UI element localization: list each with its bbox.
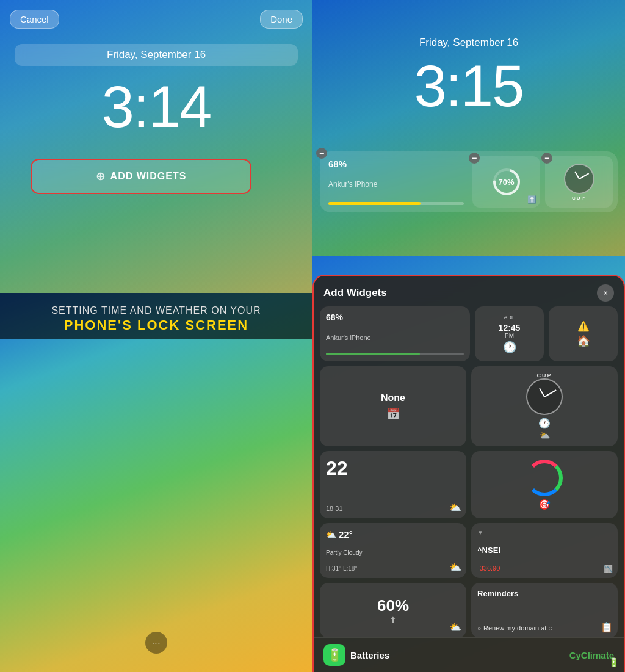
cup-clock-face xyxy=(564,164,594,194)
preview-warning-icon: ⚠️ xyxy=(577,320,590,332)
number-weather-icon: ⛅ xyxy=(449,502,461,513)
preview-clock-period: PM xyxy=(505,333,514,339)
preview-app-label: ADE xyxy=(504,314,515,320)
sheet-body: 68% Ankur's iPhone 🔋 ADE 12:45 PM 🕐 ⚠️ 🏠 xyxy=(314,306,624,637)
panel-lock: Friday, September 16 3:15 − 68% Ankur's … xyxy=(312,0,625,293)
done-button[interactable]: Done xyxy=(260,10,303,29)
weather-cloud-icon: ⛅ xyxy=(326,530,336,540)
reminders-widget[interactable]: Reminders ○ Renew my domain at.c 📋 xyxy=(471,583,618,637)
plus-icon: ⊕ xyxy=(96,170,106,183)
reminders-title: Reminders xyxy=(477,589,612,598)
cancel-button[interactable]: Cancel xyxy=(10,10,59,29)
minus-badge-gauge[interactable]: − xyxy=(469,153,480,164)
cup-label: CUP xyxy=(572,195,586,201)
preview-warning-widget: ⚠️ 🏠 xyxy=(549,306,618,361)
battery-widget: − 68% Ankur's iPhone xyxy=(325,156,468,208)
preview-bar-bg xyxy=(326,353,464,355)
text-overlay: SETTING TIME AND WEATHER ON YOUR PHONE'S… xyxy=(0,293,312,339)
pct60-icon: ⛅ xyxy=(449,621,461,633)
activity-widget[interactable]: 🎯 xyxy=(471,451,618,518)
clock-min-hand xyxy=(579,173,588,179)
preview-battery-pct: 68% xyxy=(326,313,464,322)
sheet-header: Add Widgets × xyxy=(314,276,624,306)
reminder-text: Renew my domain at.c xyxy=(483,624,552,632)
weather-condition: Partly Cloudy xyxy=(326,549,460,556)
calendar-icon: 📅 xyxy=(386,407,400,421)
preview-home-icon: 🏠 xyxy=(577,334,590,348)
cup-clock-icon: 🕐 xyxy=(538,417,551,429)
dots-indicator[interactable]: ··· xyxy=(145,632,167,654)
weather-top: ⛅ 22° xyxy=(326,529,460,540)
none-widget[interactable]: None 📅 xyxy=(320,366,466,446)
gauge-text: 70% xyxy=(498,178,514,187)
panel-widgets-panel: Add Widgets × 68% Ankur's iPhone 🔋 ADE 1… xyxy=(312,256,625,672)
stocks-widget[interactable]: ▼ ^NSEI -336.90 📉 xyxy=(471,523,618,578)
cup-widget: − CUP xyxy=(545,156,613,208)
gauge-widget: − 70% ⬆️ xyxy=(472,156,540,208)
stocks-value: -336.90 xyxy=(477,565,612,572)
cup-clock xyxy=(526,378,563,415)
battery-percent: 68% xyxy=(328,159,464,169)
preview-clock-icon: 🕐 xyxy=(503,341,516,354)
battery-bar-bg xyxy=(328,202,464,205)
preview-battery-widget: 68% Ankur's iPhone 🔋 xyxy=(320,306,470,361)
panel-edit: Cancel Done Friday, September 16 3:14 ⊕ … xyxy=(0,0,312,323)
lock-time: 3:15 xyxy=(312,52,625,120)
pct60-widget[interactable]: 60% ⬆ ⛅ xyxy=(320,583,466,637)
preview-device-name: Ankur's iPhone xyxy=(326,334,464,341)
clock-hour-hand xyxy=(574,171,580,179)
device-name: Ankur's iPhone xyxy=(328,180,464,189)
number-sub: 18 31 xyxy=(326,505,460,512)
widget-grid: None 📅 CUP 🕐 ⛅ 22 18 31 xyxy=(320,366,618,637)
cy-climate-label: CyClimate xyxy=(569,650,614,660)
preview-row: 68% Ankur's iPhone 🔋 ADE 12:45 PM 🕐 ⚠️ 🏠 xyxy=(320,306,618,361)
lock-date: Friday, September 16 xyxy=(312,37,625,49)
sheet-title: Add Widgets xyxy=(323,287,387,299)
activity-icon: 🎯 xyxy=(538,499,551,510)
preview-clock-time: 12:45 xyxy=(499,323,521,333)
pct60-number: 60% xyxy=(377,596,409,615)
sheet-bottom: 🔋 Batteries CyClimate xyxy=(314,637,624,672)
title-text: PHONE'S LOCK SCREEN xyxy=(12,317,300,333)
battery-green-icon: 🔋 xyxy=(323,644,345,666)
edit-date: Friday, September 16 xyxy=(15,44,298,66)
minus-badge-battery[interactable]: − xyxy=(316,148,327,159)
number-widget[interactable]: 22 18 31 ⛅ xyxy=(320,451,466,518)
add-widgets-sheet: Add Widgets × 68% Ankur's iPhone 🔋 ADE 1… xyxy=(312,275,625,672)
reminder-circle: ○ xyxy=(477,625,481,632)
panel-bottom-left: SETTING TIME AND WEATHER ON YOUR PHONE'S… xyxy=(0,293,312,672)
none-label: None xyxy=(381,392,405,403)
reminder-item: ○ Renew my domain at.c xyxy=(477,624,612,632)
weather-hl: H:31° L:18° xyxy=(326,565,460,572)
cup-min-hand xyxy=(544,389,557,397)
cup-widget-grid[interactable]: CUP 🕐 ⛅ xyxy=(471,366,618,446)
batteries-label: Batteries xyxy=(350,650,389,660)
activity-ring xyxy=(526,460,563,496)
pct60-arrow: ⬆ xyxy=(389,615,397,625)
preview-bar-fill xyxy=(326,353,420,355)
add-widgets-button[interactable]: ⊕ ADD WIDGETS xyxy=(31,159,251,194)
preview-clock-widget: ADE 12:45 PM 🕐 xyxy=(475,306,544,361)
weather-widget[interactable]: ⛅ 22° Partly Cloudy H:31° L:18° ⛅ xyxy=(320,523,466,578)
stocks-chart-icon: 📉 xyxy=(604,565,613,573)
cup-weather-icon: ⛅ xyxy=(540,430,550,440)
subtitle-text: SETTING TIME AND WEATHER ON YOUR xyxy=(12,305,300,316)
minus-badge-cup[interactable]: − xyxy=(541,153,552,164)
weather-widget-icon: ⛅ xyxy=(449,562,461,573)
weather-temp: 22° xyxy=(339,529,353,540)
bottom-battery-section: 🔋 Batteries xyxy=(323,644,389,666)
sheet-close-button[interactable]: × xyxy=(597,284,614,302)
reminders-icon: 📋 xyxy=(601,621,613,633)
cup-grid-label: CUP xyxy=(536,372,552,378)
stocks-arrow: ▼ xyxy=(477,529,612,536)
add-widgets-label: ADD WIDGETS xyxy=(110,171,187,182)
stocks-name: ^NSEI xyxy=(477,546,612,555)
widgets-row: − 68% Ankur's iPhone − 70% ⬆️ − CUP xyxy=(320,151,618,212)
battery-bar-fill xyxy=(328,202,421,205)
edit-time: 3:14 xyxy=(0,73,312,140)
top-buttons: Cancel Done xyxy=(10,10,303,29)
number-big: 22 xyxy=(326,457,460,480)
